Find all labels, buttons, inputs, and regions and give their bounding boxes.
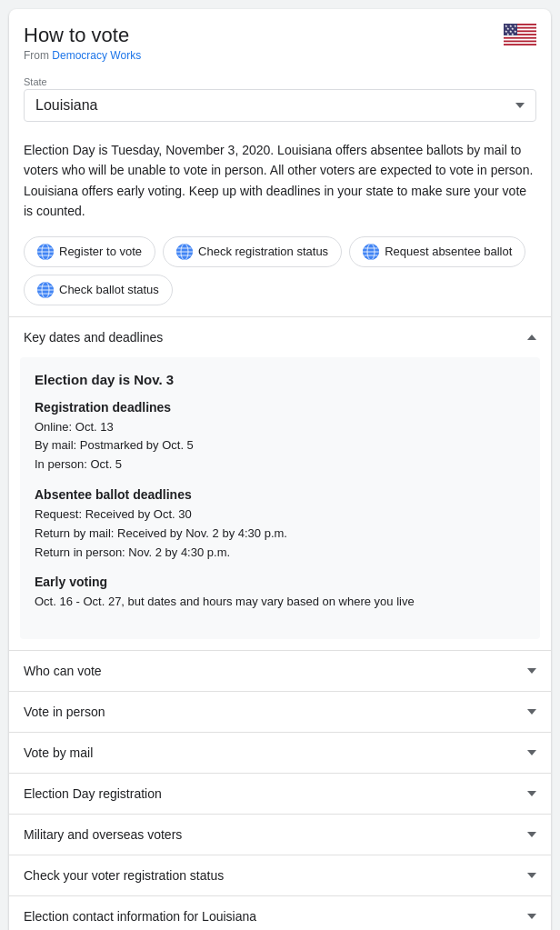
absentee-return-person: Return in person: Nov. 2 by 4:30 p.m. [35,544,525,563]
reg-deadline-mail: By mail: Postmarked by Oct. 5 [35,436,525,455]
key-dates-content: Election day is Nov. 3 Registration dead… [20,357,540,640]
absentee-return-mail: Return by mail: Received by Nov. 2 by 4:… [35,525,525,544]
absentee-deadlines-title: Absentee ballot deadlines [35,487,525,502]
main-card: How to vote From Democracy Works ★★★ ★★ … [9,9,551,930]
reg-deadline-person: In person: Oct. 5 [35,455,525,475]
flag-icon: ★★★ ★★ ★★★ ★★ [504,24,536,49]
check-reg-status-row[interactable]: Check your voter registration status [9,855,551,895]
absentee-deadlines-block: Absentee ballot deadlines Request: Recei… [35,487,525,562]
military-overseas-row[interactable]: Military and overseas voters [9,814,551,855]
election-contact-row[interactable]: Election contact information for Louisia… [9,895,551,930]
reg-deadline-online: Online: Oct. 13 [35,418,525,437]
vote-in-person-row[interactable]: Vote in person [9,691,551,732]
register-to-vote-button[interactable]: Register to vote [24,236,155,267]
svg-text:★: ★ [511,33,515,36]
early-voting-block: Early voting Oct. 16 - Oct. 27, but date… [35,575,525,612]
collapsible-sections: Who can vote Vote in person Vote by mail… [9,650,551,930]
who-can-vote-row[interactable]: Who can vote [9,650,551,691]
globe-icon-check-reg [176,244,193,260]
chevron-down-icon-2 [527,750,536,755]
header-left: How to vote From Democracy Works [24,24,141,62]
chevron-down-icon-1 [527,709,536,715]
state-value: Louisiana [35,97,98,114]
chevron-down-icon-0 [527,668,536,674]
early-voting-dates: Oct. 16 - Oct. 27, but dates and hours m… [35,593,525,612]
svg-rect-5 [504,39,536,41]
key-dates-title: Key dates and deadlines [24,330,163,345]
key-dates-header[interactable]: Key dates and deadlines [9,317,551,357]
card-header: How to vote From Democracy Works ★★★ ★★ … [9,9,551,69]
svg-rect-6 [504,42,536,44]
chevron-down-icon-5 [527,873,536,878]
absentee-request: Request: Received by Oct. 30 [35,505,525,525]
source-attribution: From Democracy Works [24,49,141,62]
chevron-down-icon-3 [527,791,536,796]
registration-deadlines-title: Registration deadlines [35,400,525,415]
svg-text:★: ★ [506,33,510,36]
action-buttons-container: Register to vote Check registration stat… [9,233,551,316]
chevron-down-icon [515,103,525,108]
page-title: How to vote [24,24,141,47]
globe-icon-absentee [363,244,379,260]
globe-icon-ballot [37,282,54,298]
globe-icon-register [37,244,54,260]
vote-by-mail-row[interactable]: Vote by mail [9,732,551,773]
source-link[interactable]: Democracy Works [52,49,141,62]
election-day-text: Election day is Nov. 3 [35,372,525,387]
check-ballot-button[interactable]: Check ballot status [24,275,173,305]
state-dropdown[interactable]: Louisiana [24,89,536,122]
key-dates-section: Key dates and deadlines Election day is … [9,316,551,640]
chevron-down-icon-4 [527,832,536,837]
chevron-down-icon-6 [527,914,536,919]
check-registration-button[interactable]: Check registration status [163,236,342,267]
description-text: Election Day is Tuesday, November 3, 202… [9,133,551,233]
early-voting-title: Early voting [35,575,525,589]
registration-deadlines-block: Registration deadlines Online: Oct. 13 B… [35,400,525,475]
request-absentee-button[interactable]: Request absentee ballot [349,236,525,267]
state-label: State [24,76,536,87]
state-selector-container: State Louisiana [9,69,551,133]
election-day-reg-row[interactable]: Election Day registration [9,773,551,814]
chevron-up-icon [527,335,536,340]
